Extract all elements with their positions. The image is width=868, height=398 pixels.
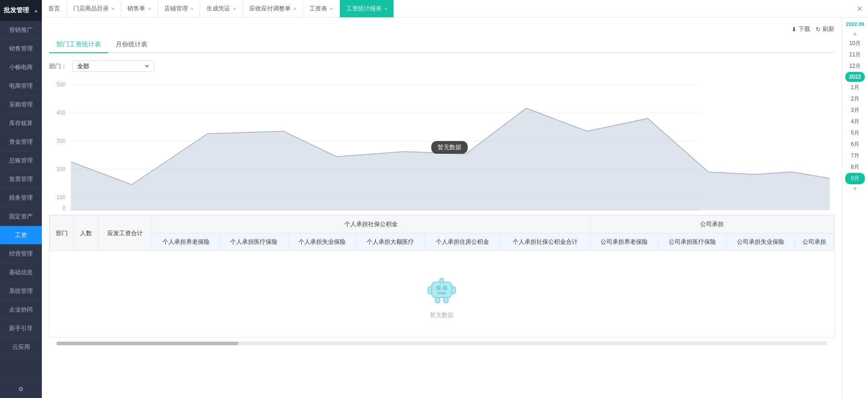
timeline-month-12[interactable]: 9月 <box>845 173 865 184</box>
filter-row: 部门： 全部 销售部 采购部 财务部 人事部 <box>49 60 834 72</box>
timeline-month-7[interactable]: 4月 <box>845 116 865 127</box>
tab-close-7[interactable]: × <box>384 6 387 11</box>
sidebar-item-8[interactable]: 发票管理 <box>0 170 42 189</box>
th-company-unemployment: 公司承担失业保险 <box>727 233 795 251</box>
timeline-month-6[interactable]: 3月 <box>845 105 865 116</box>
timeline-month-11[interactable]: 8月 <box>845 161 865 173</box>
sidebar-item-13[interactable]: 基础信息 <box>0 263 42 282</box>
timeline-month-3[interactable]: 2022 <box>845 72 865 82</box>
download-label: 下载 <box>798 25 810 33</box>
svg-text:400: 400 <box>56 110 66 116</box>
sidebar-item-17[interactable]: 云应用 <box>0 338 42 357</box>
svg-rect-13 <box>432 282 452 297</box>
data-table-wrapper: 部门 人数 应发工资合计 个人承担社保公积金 公司承担 个人承担养老保险 个人承… <box>49 215 834 338</box>
timeline-month-5[interactable]: 2月 <box>845 93 865 105</box>
empty-robot-icon <box>424 269 460 306</box>
tab-close-5[interactable]: × <box>293 6 296 11</box>
dept-filter-select[interactable]: 全部 销售部 采购部 财务部 人事部 <box>72 60 154 72</box>
tab-close-6[interactable]: × <box>330 6 333 11</box>
sidebar-item-12[interactable]: 经营管理 <box>0 245 42 263</box>
th-personal-total: 个人承担社保公积金合计 <box>500 233 590 251</box>
svg-rect-14 <box>436 286 441 290</box>
sidebar-item-15[interactable]: 企业协同 <box>0 301 42 319</box>
chart-svg: 500 400 300 200 100 0 <box>49 78 834 215</box>
timeline-down-arrow[interactable]: ▼ <box>852 184 858 193</box>
timeline-month-10[interactable]: 7月 <box>845 150 865 161</box>
tab-close-2[interactable]: × <box>148 6 151 11</box>
sidebar-item-6[interactable]: 资金管理 <box>0 133 42 151</box>
svg-marker-12 <box>71 108 830 210</box>
sidebar-item-14[interactable]: 系统管理 <box>0 282 42 301</box>
tab-close-4[interactable]: × <box>233 6 236 11</box>
sidebar-item-9[interactable]: 税务管理 <box>0 189 42 207</box>
th-personal-housing: 个人承担住房公积金 <box>424 233 500 251</box>
tab-close-1[interactable]: × <box>111 6 114 11</box>
tab-label-2: 销售单 <box>127 5 145 13</box>
svg-rect-15 <box>443 286 447 290</box>
sidebar-item-3[interactable]: 电商管理 <box>0 77 42 96</box>
timeline-month-0[interactable]: 10月 <box>845 38 865 49</box>
download-icon: ⬇ <box>792 26 797 33</box>
svg-text:200: 200 <box>56 166 66 172</box>
th-count: 人数 <box>74 216 98 251</box>
timeline-up-arrow[interactable]: ▲ <box>852 29 858 38</box>
tab-item-1[interactable]: 门店商品目录× <box>67 0 121 17</box>
chart-container: 500 400 300 200 100 0 <box>49 78 834 215</box>
tab-label-3: 店铺管理 <box>164 5 188 13</box>
th-company-medical: 公司承担医疗保险 <box>658 233 727 251</box>
timeline-month-9[interactable]: 6月 <box>845 139 865 150</box>
empty-state: 暂无数据 <box>50 251 834 338</box>
tab-item-3[interactable]: 店铺管理× <box>158 0 200 17</box>
sidebar-item-1[interactable]: 销售管理 <box>0 40 42 58</box>
tab-label-5: 应收应付调整单 <box>249 5 291 13</box>
sidebar-item-11[interactable]: 工资 <box>0 226 42 245</box>
tab-label-6: 工资表 <box>309 5 327 13</box>
timeline-month-2[interactable]: 12月 <box>845 60 865 72</box>
sidebar-item-7[interactable]: 总账管理 <box>0 151 42 170</box>
sidebar-item-2[interactable]: 小畅电商 <box>0 58 42 77</box>
settings-icon: ⚙ <box>18 386 24 393</box>
th-personal-unemployment: 个人承担失业保险 <box>288 233 356 251</box>
scrollbar-thumb[interactable] <box>56 342 238 345</box>
svg-rect-17 <box>440 278 444 283</box>
sidebar-item-10[interactable]: 固定资产 <box>0 207 42 226</box>
empty-text: 暂无数据 <box>430 311 454 319</box>
sidebar-item-0[interactable]: 营销推广 <box>0 21 42 40</box>
sidebar-settings[interactable]: ⚙ <box>0 380 42 398</box>
download-button[interactable]: ⬇ 下载 <box>792 25 810 33</box>
svg-rect-20 <box>435 297 440 303</box>
th-personal-social: 个人承担社保公积金 <box>152 216 590 233</box>
svg-rect-19 <box>452 287 455 294</box>
svg-text:100: 100 <box>56 194 66 201</box>
th-company-pension: 公司承担养老保险 <box>590 233 658 251</box>
sidebar-header[interactable]: 批发管理 ▲ <box>0 0 42 21</box>
data-table: 部门 人数 应发工资合计 个人承担社保公积金 公司承担 个人承担养老保险 个人承… <box>50 215 834 251</box>
sidebar: 批发管理 ▲ 营销推广销售管理小畅电商电商管理采购管理库存核算资金管理总账管理发… <box>0 0 42 398</box>
svg-rect-16 <box>437 292 446 294</box>
tab-item-7[interactable]: 工资统计报表× <box>340 0 394 17</box>
refresh-label: 刷新 <box>823 25 834 33</box>
tab-item-4[interactable]: 生成凭证× <box>200 0 242 17</box>
sub-tab-0[interactable]: 部门工资统计表 <box>49 37 108 53</box>
tab-item-6[interactable]: 工资表× <box>303 0 339 17</box>
tab-item-5[interactable]: 应收应付调整单× <box>243 0 303 17</box>
dept-filter-label: 部门： <box>49 62 67 71</box>
sidebar-item-16[interactable]: 新手引导 <box>0 319 42 338</box>
tab-bar-close-btn[interactable]: ✕ <box>851 1 868 17</box>
sidebar-title: 批发管理 <box>4 6 29 15</box>
tab-close-3[interactable]: × <box>191 6 193 11</box>
tab-bar: 首页门店商品目录×销售单×店铺管理×生成凭证×应收应付调整单×工资表×工资统计报… <box>42 0 868 18</box>
timeline-month-1[interactable]: 11月 <box>845 49 865 60</box>
sidebar-item-5[interactable]: 库存核算 <box>0 114 42 133</box>
main-area: 首页门店商品目录×销售单×店铺管理×生成凭证×应收应付调整单×工资表×工资统计报… <box>42 0 868 398</box>
refresh-button[interactable]: ↻ 刷新 <box>816 25 834 33</box>
sub-tabs: 部门工资统计表月份统计表 <box>49 37 834 53</box>
content-area: ⬇ 下载 ↻ 刷新 部门工资统计表月份统计表 部门： 全部 销售部 <box>42 18 868 398</box>
horizontal-scrollbar[interactable] <box>56 342 827 345</box>
tab-item-2[interactable]: 销售单× <box>121 0 157 17</box>
sidebar-item-4[interactable]: 采购管理 <box>0 96 42 114</box>
timeline-month-4[interactable]: 1月 <box>845 82 865 93</box>
sub-tab-1[interactable]: 月份统计表 <box>108 37 155 53</box>
timeline-month-8[interactable]: 5月 <box>845 127 865 139</box>
tab-item-0[interactable]: 首页 <box>42 0 67 17</box>
